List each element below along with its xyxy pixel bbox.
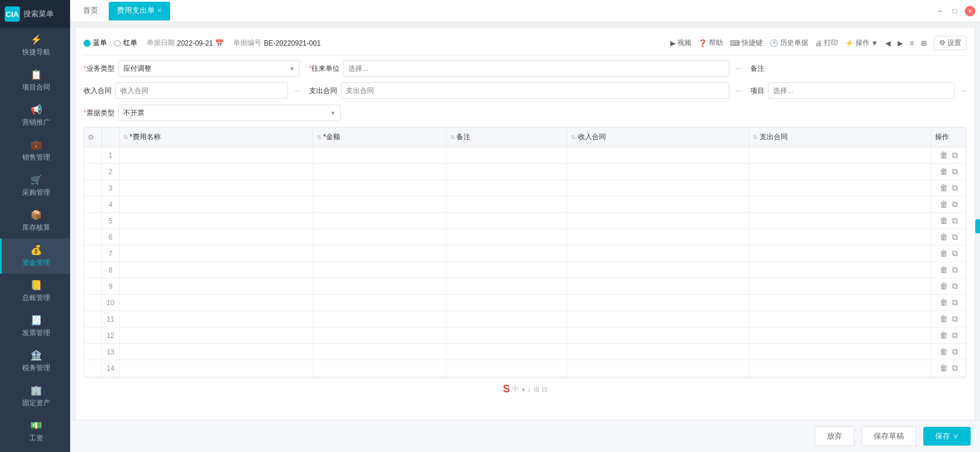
remark-cell[interactable] bbox=[446, 196, 567, 213]
copy-row-icon[interactable]: ⧉ bbox=[952, 363, 958, 372]
sidebar-item-business[interactable]: 📊 经营管理 bbox=[0, 449, 70, 452]
expense-contract-cell[interactable] bbox=[749, 327, 931, 344]
copy-row-icon[interactable]: ⧉ bbox=[952, 347, 958, 356]
amount-cell[interactable] bbox=[313, 327, 446, 344]
expense-name-cell[interactable] bbox=[119, 311, 313, 327]
delete-row-icon[interactable]: 🗑 bbox=[940, 150, 948, 160]
copy-row-icon[interactable]: ⧉ bbox=[952, 199, 958, 209]
remark-cell[interactable] bbox=[446, 278, 567, 295]
save-draft-button[interactable]: 保存草稿 bbox=[861, 426, 916, 446]
income-contract-cell[interactable] bbox=[567, 360, 749, 377]
view-grid-action[interactable]: ⊞ bbox=[921, 39, 927, 47]
remark-cell[interactable] bbox=[446, 229, 567, 246]
sidebar-item-purchase[interactable]: 🛒 采购管理 bbox=[0, 168, 70, 203]
remark-cell[interactable] bbox=[446, 246, 567, 262]
sidebar-item-marketing[interactable]: 📢 营销推广 bbox=[0, 98, 70, 133]
remark-cell[interactable] bbox=[446, 262, 567, 278]
income-contract-cell[interactable] bbox=[567, 229, 749, 246]
project-input[interactable] bbox=[768, 82, 955, 99]
delete-row-icon[interactable]: 🗑 bbox=[940, 330, 948, 340]
income-contract-cell[interactable] bbox=[567, 295, 749, 311]
copy-row-icon[interactable]: ⧉ bbox=[952, 314, 958, 323]
delete-row-icon[interactable]: 🗑 bbox=[940, 314, 948, 323]
expense-contract-cell[interactable] bbox=[749, 311, 931, 327]
income-contract-cell[interactable] bbox=[567, 327, 749, 344]
sidebar-item-tax[interactable]: 🏦 税务管理 bbox=[0, 344, 70, 379]
expense-contract-cell[interactable] bbox=[749, 147, 931, 164]
counterpart-input[interactable] bbox=[343, 60, 729, 77]
delete-row-icon[interactable]: 🗑 bbox=[940, 298, 948, 307]
expense-contract-cell[interactable] bbox=[749, 180, 931, 196]
save-button[interactable]: 保存 ∨ bbox=[923, 427, 971, 446]
expense-contract-cell[interactable] bbox=[749, 278, 931, 295]
tab-expense[interactable]: 费用支出单× bbox=[109, 2, 170, 20]
view-list-action[interactable]: ≡ bbox=[910, 39, 914, 47]
help-action[interactable]: ❓ 帮助 bbox=[698, 38, 723, 48]
shortcut-action[interactable]: ⌨ 快捷键 bbox=[730, 38, 763, 48]
delete-row-icon[interactable]: 🗑 bbox=[940, 249, 948, 258]
expense-contract-extra-icon[interactable]: ··· bbox=[735, 87, 741, 95]
expense-name-cell[interactable] bbox=[119, 196, 313, 213]
video-action[interactable]: ▶ 视频 bbox=[670, 38, 691, 48]
expense-contract-cell[interactable] bbox=[749, 196, 931, 213]
sidebar-item-quick-nav[interactable]: ⚡ 快捷导航 bbox=[0, 28, 70, 63]
expense-contract-cell[interactable] bbox=[749, 344, 931, 360]
expense-name-cell[interactable] bbox=[119, 344, 313, 360]
income-contract-cell[interactable] bbox=[567, 262, 749, 278]
income-contract-cell[interactable] bbox=[567, 344, 749, 360]
copy-row-icon[interactable]: ⧉ bbox=[952, 183, 958, 192]
expense-name-cell[interactable] bbox=[119, 360, 313, 377]
expense-name-cell[interactable] bbox=[119, 262, 313, 278]
history-action[interactable]: 🕐 历史单据 bbox=[770, 38, 808, 48]
sidebar-item-invoice[interactable]: 🧾 发票管理 bbox=[0, 309, 70, 344]
delete-row-icon[interactable]: 🗑 bbox=[940, 216, 948, 225]
counterpart-extra-icon[interactable]: ··· bbox=[735, 64, 741, 73]
income-contract-cell[interactable] bbox=[567, 164, 749, 180]
remark-cell[interactable] bbox=[446, 311, 567, 327]
income-contract-cell[interactable] bbox=[567, 278, 749, 295]
expense-name-cell[interactable] bbox=[119, 180, 313, 196]
calendar-icon[interactable]: 📅 bbox=[215, 39, 224, 47]
maximize-button[interactable]: □ bbox=[950, 6, 960, 16]
delete-row-icon[interactable]: 🗑 bbox=[940, 265, 948, 274]
income-contract-cell[interactable] bbox=[567, 311, 749, 327]
remark-cell[interactable] bbox=[446, 147, 567, 164]
copy-row-icon[interactable]: ⧉ bbox=[952, 281, 958, 291]
invoice-type-select[interactable]: 不开票 bbox=[118, 105, 341, 121]
delete-row-icon[interactable]: 🗑 bbox=[940, 363, 948, 372]
amount-cell[interactable] bbox=[313, 311, 446, 327]
next-action[interactable]: ▶ bbox=[898, 39, 903, 47]
copy-row-icon[interactable]: ⧉ bbox=[952, 330, 958, 340]
sidebar-item-ledger[interactable]: 📒 总账管理 bbox=[0, 274, 70, 309]
expense-name-cell[interactable] bbox=[119, 295, 313, 311]
tab-home[interactable]: 首页 bbox=[75, 2, 106, 20]
delete-row-icon[interactable]: 🗑 bbox=[940, 232, 948, 241]
remark-cell[interactable] bbox=[446, 213, 567, 229]
blue-bill-radio[interactable]: 蓝单 bbox=[84, 38, 107, 48]
business-type-select[interactable]: 应付调整 bbox=[118, 60, 300, 77]
expense-name-cell[interactable] bbox=[119, 278, 313, 295]
amount-cell[interactable] bbox=[313, 180, 446, 196]
copy-row-icon[interactable]: ⧉ bbox=[952, 150, 958, 160]
amount-cell[interactable] bbox=[313, 360, 446, 377]
expense-contract-cell[interactable] bbox=[749, 213, 931, 229]
amount-cell[interactable] bbox=[313, 213, 446, 229]
copy-row-icon[interactable]: ⧉ bbox=[952, 167, 958, 176]
prev-action[interactable]: ◀ bbox=[885, 39, 891, 47]
expense-contract-cell[interactable] bbox=[749, 360, 931, 377]
sidebar-search-label[interactable]: 搜索菜单 bbox=[23, 9, 54, 19]
expense-name-cell[interactable] bbox=[119, 147, 313, 164]
amount-cell[interactable] bbox=[313, 262, 446, 278]
green-side-tab[interactable] bbox=[975, 219, 980, 233]
delete-row-icon[interactable]: 🗑 bbox=[940, 167, 948, 176]
amount-cell[interactable] bbox=[313, 229, 446, 246]
expense-contract-input[interactable] bbox=[341, 82, 729, 99]
amount-cell[interactable] bbox=[313, 344, 446, 360]
amount-cell[interactable] bbox=[313, 278, 446, 295]
amount-cell[interactable] bbox=[313, 246, 446, 262]
expense-name-cell[interactable] bbox=[119, 327, 313, 344]
income-contract-cell[interactable] bbox=[567, 196, 749, 213]
minimize-button[interactable]: − bbox=[934, 6, 945, 16]
set-button[interactable]: ⚙ 设置 bbox=[934, 36, 967, 50]
table-setting-icon[interactable]: ⚙ bbox=[88, 133, 94, 142]
